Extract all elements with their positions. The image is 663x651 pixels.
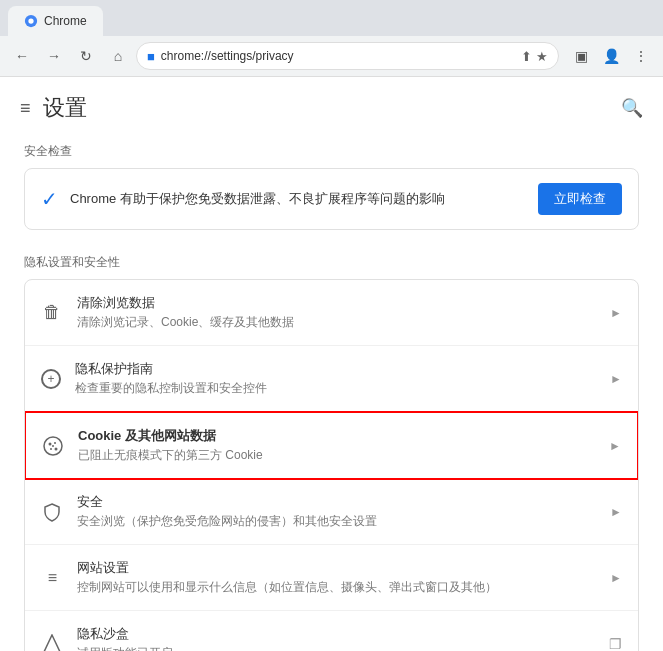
menu-icon[interactable]: ≡ xyxy=(20,98,31,119)
chevron-icon: ► xyxy=(610,505,622,519)
browser-chrome: Chrome ← → ↻ ⌂ ■ chrome://settings/priva… xyxy=(0,0,663,77)
item-content-clear-browsing: 清除浏览数据 清除浏览记录、Cookie、缓存及其他数据 xyxy=(77,294,596,331)
svg-point-5 xyxy=(50,448,52,450)
item-content-site-settings: 网站设置 控制网站可以使用和显示什么信息（如位置信息、摄像头、弹出式窗口及其他） xyxy=(77,559,596,596)
back-button[interactable]: ← xyxy=(8,42,36,70)
check-now-button[interactable]: 立即检查 xyxy=(538,183,622,215)
active-tab[interactable]: Chrome xyxy=(8,6,103,36)
safety-check-section: 安全检查 ✓ Chrome 有助于保护您免受数据泄露、不良扩展程序等问题的影响 … xyxy=(0,131,663,242)
safety-text: Chrome 有助于保护您免受数据泄露、不良扩展程序等问题的影响 xyxy=(70,190,526,208)
item-content-privacy-guide: 隐私保护指南 检查重要的隐私控制设置和安全控件 xyxy=(75,360,596,397)
item-subtitle: 试用版功能已开启 xyxy=(77,645,595,651)
svg-marker-8 xyxy=(44,635,60,652)
item-title: 隐私保护指南 xyxy=(75,360,596,378)
sandbox-icon xyxy=(41,633,63,652)
tab-title: Chrome xyxy=(44,14,87,28)
address-bar[interactable]: ■ chrome://settings/privacy ⬆ ★ xyxy=(136,42,559,70)
cookie-icon xyxy=(42,435,64,457)
item-subtitle: 安全浏览（保护您免受危险网站的侵害）和其他安全设置 xyxy=(77,513,596,530)
item-title: 安全 xyxy=(77,493,596,511)
item-title: 清除浏览数据 xyxy=(77,294,596,312)
item-subtitle: 清除浏览记录、Cookie、缓存及其他数据 xyxy=(77,314,596,331)
svg-point-4 xyxy=(54,442,56,444)
safety-check-label: 安全检查 xyxy=(24,143,639,160)
guide-icon: + xyxy=(41,369,61,389)
chevron-icon: ► xyxy=(609,439,621,453)
toolbar-icons: ▣ 👤 ⋮ xyxy=(567,42,655,70)
svg-point-3 xyxy=(49,442,52,445)
site-settings-icon: ≡ xyxy=(41,567,63,589)
item-subtitle: 控制网站可以使用和显示什么信息（如位置信息、摄像头、弹出式窗口及其他） xyxy=(77,579,596,596)
home-button[interactable]: ⌂ xyxy=(104,42,132,70)
item-content-security: 安全 安全浏览（保护您免受危险网站的侵害）和其他安全设置 xyxy=(77,493,596,530)
profile-button[interactable]: 👤 xyxy=(597,42,625,70)
safety-card-content: ✓ Chrome 有助于保护您免受数据泄露、不良扩展程序等问题的影响 立即检查 xyxy=(25,169,638,229)
privacy-card: 🗑 清除浏览数据 清除浏览记录、Cookie、缓存及其他数据 ► + 隐私保护指… xyxy=(24,279,639,651)
settings-header: ≡ 设置 🔍 xyxy=(0,77,663,131)
tab-strip-button[interactable]: ▣ xyxy=(567,42,595,70)
safety-check-card: ✓ Chrome 有助于保护您免受数据泄露、不良扩展程序等问题的影响 立即检查 xyxy=(24,168,639,230)
item-title: 隐私沙盒 xyxy=(77,625,595,643)
more-button[interactable]: ⋮ xyxy=(627,42,655,70)
search-icon[interactable]: 🔍 xyxy=(621,97,643,119)
svg-point-1 xyxy=(28,18,33,23)
trash-icon: 🗑 xyxy=(41,302,63,324)
shield-icon: ✓ xyxy=(41,187,58,211)
svg-point-6 xyxy=(55,447,58,450)
list-item-site-settings[interactable]: ≡ 网站设置 控制网站可以使用和显示什么信息（如位置信息、摄像头、弹出式窗口及其… xyxy=(25,545,638,611)
forward-button[interactable]: → xyxy=(40,42,68,70)
item-title: Cookie 及其他网站数据 xyxy=(78,427,595,445)
list-item-privacy-sandbox[interactable]: 隐私沙盒 试用版功能已开启 ❐ xyxy=(25,611,638,651)
url-text: chrome://settings/privacy xyxy=(161,49,515,63)
address-icons: ⬆ ★ xyxy=(521,49,548,64)
chrome-tab-icon xyxy=(24,14,38,28)
chevron-icon: ► xyxy=(610,571,622,585)
page-title: 设置 xyxy=(43,93,87,123)
external-link-icon: ❐ xyxy=(609,636,622,652)
privacy-section-label: 隐私设置和安全性 xyxy=(24,254,639,271)
list-item-privacy-guide[interactable]: + 隐私保护指南 检查重要的隐私控制设置和安全控件 ► xyxy=(25,346,638,412)
security-icon xyxy=(41,501,63,523)
reload-button[interactable]: ↻ xyxy=(72,42,100,70)
list-item-clear-browsing[interactable]: 🗑 清除浏览数据 清除浏览记录、Cookie、缓存及其他数据 ► xyxy=(25,280,638,346)
bookmark-icon[interactable]: ★ xyxy=(536,49,548,64)
lock-icon: ■ xyxy=(147,49,155,64)
item-title: 网站设置 xyxy=(77,559,596,577)
item-subtitle: 检查重要的隐私控制设置和安全控件 xyxy=(75,380,596,397)
page-content: ≡ 设置 🔍 安全检查 ✓ Chrome 有助于保护您免受数据泄露、不良扩展程序… xyxy=(0,77,663,651)
nav-bar: ← → ↻ ⌂ ■ chrome://settings/privacy ⬆ ★ … xyxy=(0,36,663,76)
privacy-section: 隐私设置和安全性 🗑 清除浏览数据 清除浏览记录、Cookie、缓存及其他数据 … xyxy=(0,242,663,651)
chevron-icon: ► xyxy=(610,306,622,320)
list-item-cookies[interactable]: Cookie 及其他网站数据 已阻止无痕模式下的第三方 Cookie ► xyxy=(24,411,639,480)
svg-point-7 xyxy=(52,445,54,447)
tab-bar: Chrome xyxy=(0,0,663,36)
item-content-privacy-sandbox: 隐私沙盒 试用版功能已开启 xyxy=(77,625,595,651)
list-item-security[interactable]: 安全 安全浏览（保护您免受危险网站的侵害）和其他安全设置 ► xyxy=(25,479,638,545)
item-content-cookies: Cookie 及其他网站数据 已阻止无痕模式下的第三方 Cookie xyxy=(78,427,595,464)
item-subtitle: 已阻止无痕模式下的第三方 Cookie xyxy=(78,447,595,464)
share-icon[interactable]: ⬆ xyxy=(521,49,532,64)
chevron-icon: ► xyxy=(610,372,622,386)
